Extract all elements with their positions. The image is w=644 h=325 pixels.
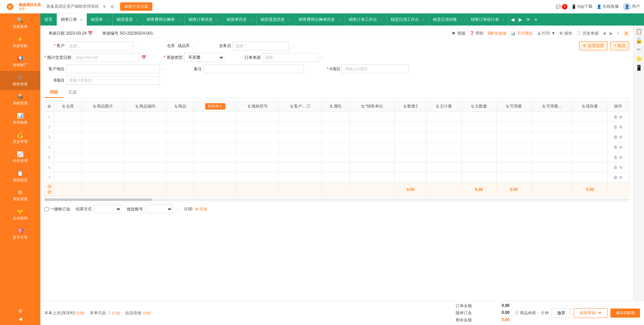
project-b-input[interactable] [66,76,160,85]
sidebar-item-system[interactable]: ⚙ 系统管理 [0,186,40,205]
order-source-input[interactable] [262,53,318,62]
tab-daily-workbench[interactable]: 钱货日清工作台 ✕ [387,13,429,26]
save-new-button[interactable]: 保存&新增 [610,309,640,318]
right-panel-doc-icon[interactable]: 📋 [636,28,642,35]
nav-next-icon[interactable]: ▶ [610,31,613,36]
tab-close-fee-history[interactable]: ✕ [338,18,340,22]
tab-summary[interactable]: 汇总 [63,87,82,98]
remark-input[interactable] [203,65,304,73]
invoice-select[interactable]: 不开票 [184,53,224,62]
row-copy-icon[interactable]: ⊕ [619,135,622,139]
tab-sales-return[interactable]: 销货退货 ✕ [113,13,143,26]
dropdown-icon[interactable]: ▼ [102,4,106,9]
tab-close-sales-fee[interactable]: ✕ [178,18,180,22]
tab-sales-fee[interactable]: 销售费用分摊单 ✕ [143,13,185,26]
video-btn[interactable]: ▶ 视频 [452,31,465,36]
staff-input[interactable] [232,42,289,50]
address-more-btn[interactable]: ··· [161,66,165,72]
sidebar-item-sales[interactable]: 🛒 销售管理 [0,71,40,90]
delivery-date-input[interactable] [73,53,140,62]
row-delete-icon[interactable]: 🗑 [614,165,618,170]
app-download-btn[interactable]: 📱 App下载 [571,4,593,9]
scan-entry-btn[interactable]: 扫码录入 [205,103,225,110]
tab-close-sales-order[interactable]: ✕ [80,18,82,22]
customer-more-btn[interactable]: ··· [135,43,139,49]
operation-btn[interactable]: ⚙ 操作 [559,31,572,36]
payment-method-select[interactable] [94,205,121,213]
industry-solution-button[interactable]: 体验行业方案 [120,2,152,11]
message-icon-btn[interactable]: 💬 9 [556,4,567,9]
online-service-btn[interactable]: 👤 在线客服 [597,4,619,9]
tab-slip-history[interactable]: 销货单历史 ✕ [223,13,257,26]
row-delete-icon[interactable]: 🗑 [614,115,618,119]
nav-prev-icon[interactable]: ◀ [603,31,606,36]
row-delete-icon[interactable]: 🗑 [614,125,618,129]
discard-button[interactable]: 放弃 [552,308,571,318]
warehouse-more-btn[interactable]: ··· [191,43,195,49]
add-payment-btn[interactable]: ⊕ 添加 [195,206,207,212]
save-draft-dropdown-icon[interactable]: ▼ [598,311,602,315]
project-a-input[interactable] [342,65,409,73]
sidebar-settings-icon[interactable]: ⚙ [18,308,23,314]
tab-order-stats[interactable]: 销售订单统计表 ✕ [467,13,509,26]
credit-info-icon[interactable]: ⓘ [107,311,111,316]
sidebar-item-operations[interactable]: 📈 经营管理 [0,148,40,167]
sidebar-item-collaboration[interactable]: 🤝 企业协同 [0,205,40,224]
sidebar-item-marketing[interactable]: 📢 营销推广 [0,52,40,71]
sidebar-item-finance[interactable]: 💰 资金管理 [0,128,40,148]
tab-close-sales-slip[interactable]: ✕ [106,18,108,22]
grid-view-icon[interactable]: ⊞ [623,30,629,36]
right-panel-star-icon[interactable]: ⭐ [636,55,642,62]
tab-close-daily-workbench[interactable]: ✕ [422,18,424,22]
print-btn[interactable]: 🖨 打印 ▼ [537,31,556,36]
tab-order-workbench[interactable]: 销售订单工作台 ✕ [345,13,387,26]
tab-return-history[interactable]: 销货退货历史 ✕ [257,13,295,26]
profit-btn[interactable]: 📊 毛利预告 [510,31,533,36]
tab-close-history[interactable]: ✕ [216,18,218,22]
sidebar-item-guide[interactable]: 🎯 新手引导 [0,224,40,243]
customer-input[interactable] [66,42,133,50]
tab-daily-reconcile[interactable]: 钱货日清对账 ✕ [429,13,467,26]
calendar-icon[interactable]: 📅 [88,31,93,36]
tab-detail[interactable]: 明细 [44,87,63,98]
save-draft-button[interactable]: 保存草稿 ▼ [574,308,608,318]
account-select[interactable] [146,205,173,213]
sidebar-item-purchase[interactable]: 📦 采购管理 [0,90,40,109]
history-btn[interactable]: 📄 历史单据 [576,31,599,36]
right-panel-lock-icon[interactable]: 🔒 [636,37,642,44]
row-copy-icon[interactable]: ⊕ [619,125,622,129]
add-logistics-button[interactable]: + 物流 [610,41,629,50]
tab-close-return-history[interactable]: ✕ [288,18,290,22]
table-scrollbar[interactable] [44,198,629,201]
account-more-btn[interactable]: ··· [175,206,179,212]
scroll-thumb[interactable] [44,198,152,201]
row-copy-icon[interactable]: ⊕ [619,165,622,170]
tab-close-order-stats[interactable]: ✕ [502,18,504,22]
sidebar-item-inventory[interactable]: 📊 库存核算 [0,109,40,128]
row-delete-icon[interactable]: 🗑 [614,135,618,139]
tab-nav-next[interactable]: ▶ [517,17,524,22]
tab-sales-order-history[interactable]: 销售订单历史 ✕ [185,13,223,26]
tab-close-slip-history[interactable]: ✕ [250,18,252,22]
row-delete-icon[interactable]: 🗑 [614,155,618,160]
tab-nav-close-all[interactable]: ✕ [524,17,532,22]
right-panel-mobile-icon[interactable]: 📱 [636,65,642,71]
delivery-calendar-icon[interactable]: 📅 [141,55,146,60]
row-delete-icon[interactable]: 🗑 [614,145,618,150]
address-input[interactable] [66,65,160,73]
staff-more-btn[interactable]: ··· [290,43,294,49]
one-click-payment-label[interactable]: 一键收订金 [44,206,70,212]
tab-nav-menu[interactable]: ≡ [532,17,539,22]
sidebar-collapse-icon[interactable]: ◀ [18,316,22,322]
right-panel-edit-icon[interactable]: ✏ [637,46,641,53]
tab-sales-slip[interactable]: 销货单 ✕ [87,13,113,26]
tab-sales-order[interactable]: 销售订单 ✕ [57,13,87,26]
sidebar-item-basic-info[interactable]: 📋 基础信息 [0,167,40,186]
row-copy-icon[interactable]: ⊕ [619,155,622,160]
sidebar-item-quicknav[interactable]: ⚡ 快捷导航 [0,33,40,52]
user-avatar[interactable]: 👤 用户 [623,3,640,11]
row-copy-icon[interactable]: ⊕ [619,175,622,180]
sidebar-item-search[interactable]: 🔍 搜索菜单 [0,13,40,33]
tab-close-sales-return[interactable]: ✕ [136,18,138,22]
list-view-icon[interactable]: ≡ [617,31,619,36]
